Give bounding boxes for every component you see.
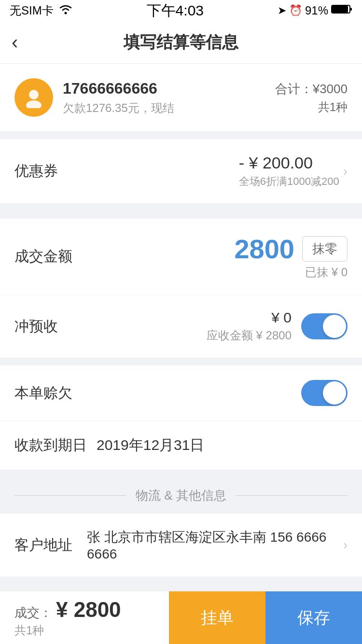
hang-button[interactable]: 挂单 bbox=[169, 591, 265, 644]
footer-count: 共1种 bbox=[14, 623, 154, 638]
prepayment-sub: 应收金额 ¥ 2800 bbox=[207, 328, 292, 343]
page-title: 填写结算等信息 bbox=[124, 31, 238, 54]
deal-amount-row: 成交金额 2800 抹零 已抹 ¥ 0 bbox=[0, 219, 362, 295]
coupon-info: - ¥ 200.00 全场6折满1000减200 bbox=[239, 154, 339, 189]
toggle-knob bbox=[323, 315, 346, 338]
arrears-label: 本单赊欠 bbox=[14, 383, 72, 403]
coupon-label: 优惠券 bbox=[14, 161, 58, 181]
status-right: ➤ ⏰ 91% bbox=[278, 4, 352, 17]
customer-left: 17666666666 欠款1276.35元，现结 bbox=[14, 78, 174, 117]
footer: 成交： ¥ 2800 共1种 挂单 保存 bbox=[0, 591, 362, 644]
battery-icon bbox=[331, 4, 352, 17]
time-display: 下午4:03 bbox=[147, 1, 204, 21]
prepayment-row: 冲预收 ¥ 0 应收金额 ¥ 2800 bbox=[0, 295, 362, 358]
customer-right: 合计：¥3000 共1种 bbox=[275, 81, 348, 115]
deal-amount-value: 2800 bbox=[234, 233, 294, 265]
due-date-label: 收款到期日 bbox=[14, 435, 87, 455]
avatar bbox=[14, 78, 53, 117]
svg-rect-3 bbox=[350, 8, 352, 11]
logistics-line-left bbox=[14, 495, 126, 496]
carrier-text: 无SIM卡 bbox=[10, 3, 54, 18]
content-area: 17666666666 欠款1276.35元，现结 合计：¥3000 共1种 优… bbox=[0, 64, 362, 644]
customer-info: 17666666666 欠款1276.35元，现结 bbox=[63, 80, 174, 116]
back-button[interactable]: ‹ bbox=[12, 31, 18, 53]
wifi-icon bbox=[58, 4, 73, 17]
arrears-toggle-knob bbox=[323, 381, 346, 405]
coupon-section[interactable]: 优惠券 - ¥ 200.00 全场6折满1000减200 › bbox=[0, 139, 362, 203]
address-value: 张 北京市市辖区海淀区永丰南 156 6666 6666 bbox=[87, 528, 338, 562]
svg-point-5 bbox=[26, 100, 42, 108]
logistics-text: 物流 & 其他信息 bbox=[136, 487, 226, 504]
logistics-line-right bbox=[236, 495, 348, 496]
battery-text: 91% bbox=[305, 4, 328, 17]
svg-point-0 bbox=[64, 12, 67, 14]
status-left: 无SIM卡 bbox=[10, 3, 73, 18]
prepayment-toggle[interactable] bbox=[301, 313, 348, 339]
address-arrow-icon: › bbox=[343, 537, 348, 553]
customer-section: 17666666666 欠款1276.35元，现结 合计：¥3000 共1种 bbox=[0, 64, 362, 131]
due-date-row: 收款到期日 2019年12月31日 bbox=[0, 421, 362, 470]
total-label: 合计：¥3000 bbox=[275, 81, 348, 98]
logistics-divider: 物流 & 其他信息 bbox=[0, 477, 362, 514]
address-label: 客户地址 bbox=[14, 535, 72, 555]
coupon-arrow-icon: › bbox=[343, 164, 348, 179]
footer-info: 成交： ¥ 2800 共1种 bbox=[0, 598, 169, 638]
prepayment-amount: ¥ 0 bbox=[207, 309, 292, 326]
alarm-icon: ⏰ bbox=[289, 4, 302, 17]
footer-deal-label: 成交： bbox=[14, 604, 52, 621]
deal-amount-sub: 已抹 ¥ 0 bbox=[305, 265, 348, 280]
section-divider-3 bbox=[0, 470, 362, 477]
svg-point-4 bbox=[29, 90, 39, 99]
customer-debt: 欠款1276.35元，现结 bbox=[63, 100, 174, 116]
nav-bar: ‹ 填写结算等信息 bbox=[0, 21, 362, 64]
coupon-desc: 全场6折满1000减200 bbox=[239, 174, 339, 189]
arrears-toggle[interactable] bbox=[301, 380, 348, 406]
status-bar: 无SIM卡 下午4:03 ➤ ⏰ 91% bbox=[0, 0, 362, 21]
coupon-discount: - ¥ 200.00 bbox=[239, 154, 339, 172]
prepayment-label: 冲预收 bbox=[14, 317, 58, 336]
total-count: 共1种 bbox=[275, 99, 348, 115]
due-date-value: 2019年12月31日 bbox=[97, 435, 204, 455]
save-button[interactable]: 保存 bbox=[265, 591, 362, 644]
section-divider-1 bbox=[0, 211, 362, 219]
address-row[interactable]: 客户地址 张 北京市市辖区海淀区永丰南 156 6666 6666 › bbox=[0, 514, 362, 577]
deal-amount-label: 成交金额 bbox=[14, 247, 72, 266]
prepayment-amount-col: ¥ 0 应收金额 ¥ 2800 bbox=[207, 309, 292, 343]
deal-amount-section: 成交金额 2800 抹零 已抹 ¥ 0 冲预收 ¥ 0 应收金额 ¥ 2800 bbox=[0, 219, 362, 358]
arrears-row: 本单赊欠 bbox=[0, 365, 362, 421]
section-divider-2 bbox=[0, 358, 362, 365]
location-icon: ➤ bbox=[278, 4, 286, 17]
footer-amount: ¥ 2800 bbox=[56, 598, 121, 622]
svg-rect-2 bbox=[332, 6, 348, 13]
customer-phone: 17666666666 bbox=[63, 80, 174, 98]
round-button[interactable]: 抹零 bbox=[302, 236, 348, 262]
